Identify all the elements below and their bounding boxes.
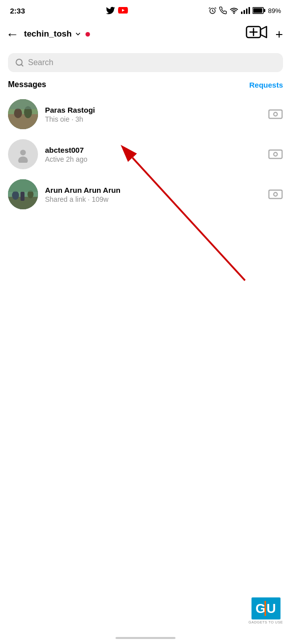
twitter-icon — [106, 6, 115, 15]
signal-bars — [241, 7, 250, 14]
conv-sub-abctest: Active 2h ago — [45, 155, 268, 163]
call-icon — [219, 7, 227, 15]
svg-rect-29 — [20, 192, 24, 201]
home-bar — [116, 637, 176, 639]
svg-rect-28 — [8, 179, 38, 192]
navbar-right: + — [246, 25, 283, 44]
gadgets-to-use-logo: G U — [254, 599, 278, 618]
avatar-abctest007 — [8, 139, 38, 169]
search-bar[interactable]: Search — [8, 53, 283, 72]
status-social-icons — [106, 6, 128, 15]
active-status-dot — [86, 32, 90, 37]
alarm-icon — [208, 7, 216, 15]
svg-rect-6 — [264, 9, 265, 12]
search-icon — [15, 58, 24, 67]
username-label: techin_tosh — [24, 29, 72, 39]
svg-point-26 — [12, 191, 19, 200]
svg-text:G: G — [256, 601, 266, 616]
svg-rect-7 — [253, 9, 262, 13]
conv-sub-paras: This oie · 3h — [45, 115, 268, 123]
search-container: Search — [0, 48, 291, 77]
conv-name-paras: Paras Rastogi — [45, 106, 268, 114]
svg-point-16 — [14, 108, 22, 118]
avatar-paras-rastogi — [8, 99, 38, 129]
battery-icon — [252, 7, 266, 14]
conv-info-abctest: abctest007 Active 2h ago — [45, 146, 268, 163]
username-container[interactable]: techin_tosh — [24, 29, 90, 39]
svg-rect-34 — [264, 601, 266, 616]
svg-rect-18 — [8, 99, 38, 109]
camera-icon-3[interactable] — [268, 188, 283, 200]
svg-line-13 — [21, 64, 22, 66]
camera-icon-2[interactable] — [268, 148, 283, 160]
navbar-left: ← techin_tosh — [6, 28, 90, 41]
camera-icon-1[interactable] — [268, 108, 283, 120]
video-add-icon — [246, 25, 268, 42]
new-message-button[interactable]: + — [276, 28, 283, 41]
back-button[interactable]: ← — [6, 28, 19, 41]
conv-sub-arun: Shared a link · 109w — [45, 195, 268, 203]
status-right-icons: 89% — [208, 7, 281, 15]
svg-point-23 — [274, 152, 277, 156]
svg-marker-9 — [260, 27, 266, 38]
avatar-img — [8, 99, 38, 129]
watermark-text: Gadgets To Use — [248, 620, 283, 624]
messages-title: Messages — [8, 80, 46, 89]
wifi-icon — [230, 7, 238, 15]
requests-button[interactable]: Requests — [249, 81, 283, 89]
avatar-img-arun — [8, 179, 38, 209]
new-video-button[interactable] — [246, 25, 268, 44]
navbar: ← techin_tosh + — [0, 20, 291, 48]
watermark: G U Gadgets To Use — [248, 597, 283, 624]
conv-name-arun: Arun Arun Arun Arun — [45, 186, 268, 194]
svg-text:U: U — [266, 601, 276, 616]
avatar-arun — [8, 179, 38, 209]
default-avatar-icon — [14, 146, 32, 163]
svg-point-4 — [234, 13, 234, 14]
search-placeholder-text: Search — [28, 58, 54, 67]
messages-header: Messages Requests — [0, 77, 291, 92]
svg-point-19 — [274, 112, 277, 116]
svg-point-30 — [274, 192, 277, 196]
status-bar: 2:33 — [0, 0, 291, 20]
svg-point-21 — [20, 150, 26, 155]
conv-info-paras: Paras Rastogi This oie · 3h — [45, 106, 268, 123]
conversation-item-3[interactable]: Arun Arun Arun Arun Shared a link · 109w — [0, 174, 291, 214]
svg-rect-15 — [8, 114, 38, 129]
youtube-icon — [118, 7, 128, 14]
battery-percentage: 89% — [268, 7, 281, 15]
watermark-logo: G U — [252, 597, 280, 619]
status-time: 2:33 — [10, 7, 25, 15]
conversation-list: Paras Rastogi This oie · 3h abctest007 A… — [0, 92, 291, 216]
conversation-item-1[interactable]: Paras Rastogi This oie · 3h — [0, 94, 291, 134]
conv-info-arun: Arun Arun Arun Arun Shared a link · 109w — [45, 186, 268, 203]
chevron-down-icon — [74, 31, 82, 38]
conv-name-abctest: abctest007 — [45, 146, 268, 154]
conversation-item-2[interactable]: abctest007 Active 2h ago — [0, 134, 291, 174]
